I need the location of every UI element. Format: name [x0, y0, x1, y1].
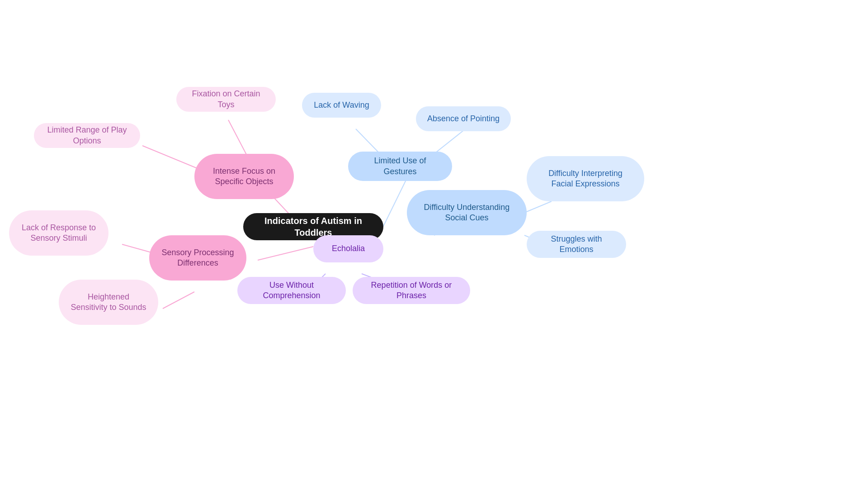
svg-line-10 — [524, 201, 552, 213]
heightened-sensitivity-node: Heightened Sensitivity to Sounds — [59, 280, 158, 325]
limited-gestures-node: Limited Use of Gestures — [348, 152, 452, 181]
use-without-node: Use Without Comprehension — [237, 277, 346, 304]
echolalia-node: Echolalia — [313, 235, 383, 262]
struggles-emotions-node: Struggles with Emotions — [527, 231, 626, 258]
sensory-processing-node: Sensory Processing Differences — [149, 235, 246, 281]
lack-waving-node: Lack of Waving — [302, 93, 381, 118]
repetition-node: Repetition of Words or Phrases — [353, 277, 470, 304]
lack-response-node: Lack of Response to Sensory Stimuli — [9, 210, 108, 256]
svg-line-3 — [258, 247, 313, 260]
absence-pointing-node: Absence of Pointing — [416, 106, 511, 131]
difficulty-facial-node: Difficulty Interpreting Facial Expressio… — [527, 156, 644, 201]
svg-line-5 — [163, 292, 194, 309]
svg-line-6 — [383, 176, 408, 226]
difficulty-social-node: Difficulty Understanding Social Cues — [407, 190, 527, 235]
limited-play-node: Limited Range of Play Options — [34, 123, 140, 148]
fixation-toys-node: Fixation on Certain Toys — [176, 87, 276, 112]
intense-focus-node: Intense Focus on Specific Objects — [194, 154, 294, 199]
